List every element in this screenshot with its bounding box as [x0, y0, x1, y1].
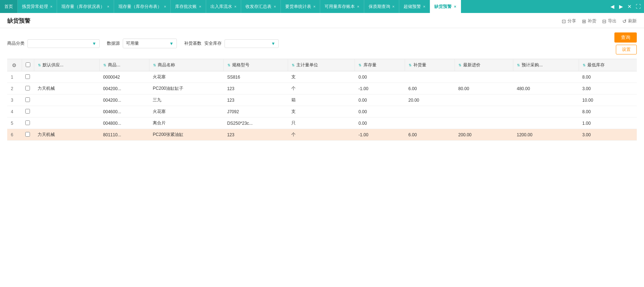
row-checkbox[interactable] [25, 120, 30, 125]
cell-min-stock: 8.00 [579, 71, 637, 83]
tab-defect-processing[interactable]: 拣货异常处理 × [18, 0, 57, 13]
sort-code-icon[interactable]: ⇅ [103, 63, 106, 67]
row-checkbox[interactable] [25, 132, 30, 137]
th-default-supplier: ⇅ 默认供应... [34, 59, 100, 71]
tab-bar: 首页 拣货异常处理 × 现存量（库存状况表） × 现存量（库存分布表） × 库存… [0, 0, 644, 13]
sort-spec-icon[interactable]: ⇅ [227, 63, 230, 67]
cell-replenish-qty [405, 118, 454, 129]
col-unit-label: 主计量单位 [296, 62, 318, 67]
cell-supplier [34, 94, 100, 106]
cell-checkbox[interactable] [22, 118, 34, 129]
tab-inventory-dist[interactable]: 现存量（库存分布表） × [114, 0, 171, 13]
export-button[interactable]: ⊟ 导出 [602, 18, 617, 24]
cell-est-purchase [513, 118, 579, 129]
tab-close-all-btn[interactable]: ✕ [625, 2, 634, 11]
select-all-checkbox[interactable] [26, 62, 30, 67]
settings-button[interactable]: 设置 [616, 45, 637, 54]
cell-row-num: 2 [7, 83, 22, 94]
tab-close-inv-status[interactable]: × [107, 4, 109, 9]
tab-close-avail[interactable]: × [357, 4, 359, 9]
cell-spec: 123 [223, 83, 288, 94]
share-button[interactable]: ⊡ 分享 [562, 18, 576, 24]
sort-supplier-icon[interactable]: ⇅ [38, 63, 41, 67]
replenish-base-select[interactable]: ▼ [225, 39, 279, 48]
category-select[interactable]: ▼ [27, 39, 100, 48]
tab-close-batch[interactable]: × [199, 4, 201, 9]
cell-checkbox[interactable] [22, 71, 34, 83]
tab-avail-label: 可用量库存账本 [325, 4, 355, 10]
tab-home-label: 首页 [4, 4, 13, 10]
tab-shortage-warning[interactable]: 缺货预警 × [430, 0, 461, 13]
cell-checkbox[interactable] [22, 83, 34, 94]
table-row[interactable]: 5004800...离合片DS250*23c...只0.001.00 [7, 118, 637, 129]
refresh-button[interactable]: ↺ 刷新 [622, 18, 637, 24]
cell-checkbox[interactable] [22, 129, 34, 141]
cell-unit: 个 [288, 83, 354, 94]
tab-close-overstock[interactable]: × [423, 4, 425, 9]
table-body: 10000042火花塞SS816支0.008.002力天机械004200...P… [7, 71, 637, 141]
cell-product-name: 火花塞 [149, 106, 223, 118]
sort-stock-icon[interactable]: ⇅ [358, 63, 361, 67]
table-row[interactable]: 10000042火花塞SS816支0.008.00 [7, 71, 637, 83]
tab-demand-label: 要货单统计表 [285, 4, 311, 10]
table-row[interactable]: 2力天机械004200...PC200油缸缸子123个-1.006.0080.0… [7, 83, 637, 94]
sort-price-icon[interactable]: ⇅ [458, 63, 461, 67]
cell-latest-price: 200.00 [455, 129, 513, 141]
tab-inout-flow[interactable]: 出入库流水 × [206, 0, 241, 13]
share-icon: ⊡ [562, 18, 566, 24]
settings-gear-icon[interactable]: ⚙ [12, 62, 17, 68]
row-checkbox[interactable] [25, 74, 30, 79]
tab-close-inout[interactable]: × [234, 4, 236, 9]
table-row[interactable]: 6力天机械801110...PC200张紧油缸123个-1.006.00200.… [7, 129, 637, 141]
table-header-row: ⚙ ⇅ 默认供应... ⇅ 商品... ⇅ 商品名称 [7, 59, 637, 71]
tab-expiry-query[interactable]: 保质期查询 × [364, 0, 399, 13]
tab-close-demand[interactable]: × [313, 4, 316, 9]
tab-prev-btn[interactable]: ◀ [608, 2, 617, 11]
tab-home[interactable]: 首页 [0, 0, 18, 13]
col-price-label: 最新进价 [463, 62, 480, 67]
th-replenish-qty: ⇅ 补货量 [405, 59, 454, 71]
cell-min-stock: 1.00 [579, 118, 637, 129]
row-checkbox[interactable] [25, 86, 30, 90]
sort-unit-icon[interactable]: ⇅ [292, 63, 295, 67]
tab-inventory-status[interactable]: 现存量（库存状况表） × [57, 0, 114, 13]
share-label: 分享 [567, 18, 576, 24]
cell-latest-price [455, 106, 513, 118]
tab-close-receive[interactable]: × [274, 4, 276, 9]
tab-receive-summary[interactable]: 收发存汇总表 × [241, 0, 280, 13]
sort-minstock-icon[interactable]: ⇅ [583, 63, 586, 67]
replenish-button[interactable]: ⊞ 补货 [582, 18, 596, 24]
tab-overstock-label: 超储预警 [404, 4, 421, 10]
datasource-label: 数据源 [107, 40, 120, 47]
cell-checkbox[interactable] [22, 106, 34, 118]
tab-next-btn[interactable]: ▶ [617, 2, 625, 11]
query-button[interactable]: 查询 [614, 32, 637, 43]
row-checkbox[interactable] [25, 97, 30, 102]
category-label: 商品分类 [7, 40, 25, 47]
tab-close-shortage[interactable]: × [454, 4, 456, 9]
tab-close-inv-dist[interactable]: × [164, 4, 166, 9]
cell-min-stock: 3.00 [579, 83, 637, 94]
sort-name-icon[interactable]: ⇅ [153, 63, 156, 67]
row-checkbox[interactable] [25, 109, 30, 114]
sort-estpurch-icon[interactable]: ⇅ [517, 63, 520, 67]
datasource-select[interactable]: 可用量 ▼ [123, 39, 177, 48]
sort-replenish-icon[interactable]: ⇅ [409, 63, 412, 67]
cell-latest-price [455, 71, 513, 83]
col-supplier-label: 默认供应... [43, 62, 64, 67]
tab-overstock-warning[interactable]: 超储预警 × [399, 0, 430, 13]
replenish-base-label: 补货基数 [184, 40, 201, 47]
table-row[interactable]: 4004600...火花塞J7092支0.008.00 [7, 106, 637, 118]
table-container: ⚙ ⇅ 默认供应... ⇅ 商品... ⇅ 商品名称 [0, 59, 644, 141]
tab-expand-btn[interactable]: ⛶ [634, 2, 643, 11]
tab-demand-stat[interactable]: 要货单统计表 × [281, 0, 320, 13]
cell-checkbox[interactable] [22, 94, 34, 106]
cell-unit: 只 [288, 118, 354, 129]
tab-close-defect[interactable]: × [50, 4, 52, 9]
tab-available-ledger[interactable]: 可用量库存账本 × [320, 0, 364, 13]
tab-batch-account[interactable]: 库存批次账 × [171, 0, 206, 13]
cell-product-name: PC200张紧油缸 [149, 129, 223, 141]
table-row[interactable]: 3004200...三九123箱0.0020.0010.00 [7, 94, 637, 106]
cell-supplier: 力天机械 [34, 129, 100, 141]
tab-close-expiry[interactable]: × [392, 4, 395, 9]
